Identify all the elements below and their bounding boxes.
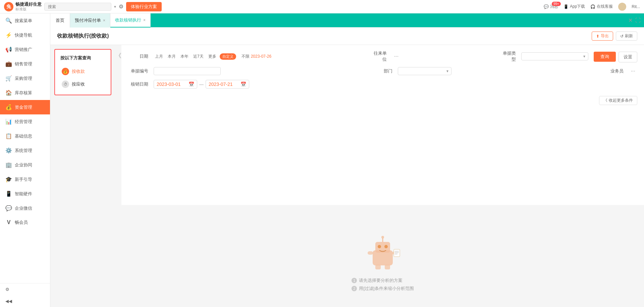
nuke-date-to-input[interactable]: 2023-07-21 📅: [206, 80, 249, 89]
settings-button[interactable]: 设置: [619, 52, 637, 62]
nuke-date-label: 核销日期: [128, 81, 148, 87]
industry-button[interactable]: 体验行业方案: [126, 2, 162, 11]
sidebar-label-marketing: 营销推广: [15, 47, 32, 53]
more-dates-btn[interactable]: 更多: [207, 53, 218, 60]
full-content-area: 日期 上月 本月 本年 近7天 更多 自定义 不限 2023-07-26: [121, 45, 644, 307]
marketing-icon: 📢: [5, 46, 12, 53]
custom-date-btn[interactable]: 自定义: [220, 53, 236, 60]
brand-info: 畅捷通好生意 标准版: [15, 2, 42, 11]
home-tab-label: 首页: [56, 13, 64, 28]
nuke-date-range: 2023-03-01 📅 — 2023-07-21 📅: [154, 80, 249, 89]
sidebar-label-quick-nav: 快捷导航: [15, 32, 32, 38]
sidebar-item-search[interactable]: 🔍 搜索菜单: [0, 13, 50, 28]
online-service-label: 在线客服: [597, 4, 613, 9]
sidebar-item-basic-info[interactable]: 📋 基础信息: [0, 129, 50, 143]
page-actions: ⬆ 导出 ↺ 刷新: [592, 32, 637, 41]
last-month-btn[interactable]: 上月: [154, 53, 164, 60]
collapse-conditions-button[interactable]: 《 收起更多条件: [599, 96, 637, 105]
tip1-text: 请先选择要分析的方案: [359, 277, 402, 284]
sidebar-label-enterprise: 企业协同: [15, 162, 32, 168]
business-person-btn[interactable]: ···: [629, 67, 637, 75]
counterparty-select-btn[interactable]: ···: [392, 53, 400, 60]
sidebar-item-hardware[interactable]: 📱 智能硬件: [0, 187, 50, 201]
close-all-tabs-icon[interactable]: ✕: [628, 17, 633, 23]
this-year-btn[interactable]: 本年: [179, 53, 190, 60]
tab2-close-icon[interactable]: ×: [143, 18, 146, 22]
date-from-display: 2023-07-26: [251, 54, 271, 59]
export-icon: ⬆: [596, 34, 599, 39]
sidebar-item-wechat[interactable]: 💬 企业微信: [0, 201, 50, 215]
sidebar-item-member[interactable]: V 畅会员: [0, 215, 50, 229]
dropdown-arrow-icon[interactable]: ▾: [114, 4, 116, 9]
gear-icon[interactable]: ⚙: [119, 3, 123, 10]
edition-label: 标准版: [15, 7, 42, 11]
empty-state: 1 请先选择要分析的方案 2 用[过滤]条件来缩小分析范围: [121, 205, 644, 307]
sidebar-item-operations[interactable]: 📊 经营管理: [0, 114, 50, 129]
last-7days-btn[interactable]: 近7天: [192, 53, 205, 60]
sidebar-item-system[interactable]: ⚙️ 系统管理: [0, 143, 50, 158]
export-button[interactable]: ⬆ 导出: [592, 32, 613, 41]
refresh-button[interactable]: ↺ 刷新: [616, 32, 637, 41]
sales-icon: 💼: [5, 61, 12, 67]
sidebar-label-purchase: 采购管理: [15, 75, 32, 82]
filter-row-1: 日期 上月 本月 本年 近7天 更多 自定义 不限 2023-07-26: [128, 50, 637, 62]
sidebar-item-marketing[interactable]: 📢 营销推广: [0, 42, 50, 57]
collapse-panel-icon[interactable]: 《: [115, 52, 121, 60]
tab1-close-icon[interactable]: ×: [103, 18, 105, 23]
filter-option1-label: 按收款: [72, 68, 85, 74]
collapse-conditions-area: 《 收起更多条件: [128, 93, 637, 108]
receipt-type-select[interactable]: ▾: [521, 52, 588, 60]
refresh-icon: ↺: [620, 34, 624, 39]
sidebar-item-newbie[interactable]: 🎓 新手引导: [0, 172, 50, 187]
filter-option-by-receivable[interactable]: ⏱ 按应收: [59, 78, 107, 91]
sidebar: 🔍 搜索菜单 ⚡ 快捷导航 📢 营销推广 💼 销售管理 🛒 采购管理 🏠 库存核…: [0, 13, 50, 307]
expand-icon[interactable]: ⛶: [635, 17, 641, 23]
filter-option-by-receipt[interactable]: 💰 按收款: [59, 65, 107, 78]
message-badge: 99+: [552, 2, 561, 6]
sidebar-item-inventory[interactable]: 🏠 库存核算: [0, 86, 50, 100]
user-avatar[interactable]: [618, 3, 626, 11]
brand-name: 畅捷通好生意: [15, 2, 42, 7]
sidebar-label-search: 搜索菜单: [15, 18, 32, 24]
svg-rect-6: [368, 251, 373, 255]
settings-bottom-icon: ⚙: [5, 287, 9, 292]
department-select[interactable]: ▾: [398, 67, 451, 75]
logo-area: 兔 畅捷通好生意 标准版: [4, 2, 42, 11]
counterparty-label: 往来单位: [370, 50, 387, 62]
query-button[interactable]: 查询: [594, 52, 616, 62]
tab-bar-right: ✕ ⛶: [625, 17, 644, 23]
sidebar-item-purchase[interactable]: 🛒 采购管理: [0, 71, 50, 86]
this-month-btn[interactable]: 本月: [166, 53, 177, 60]
calendar-from-icon: 📅: [189, 82, 194, 87]
receipt-type-label: 单据类型: [499, 50, 516, 62]
system-icon: ⚙️: [5, 147, 12, 154]
filter-option2-label: 按应收: [72, 81, 85, 87]
tab-bar: 首页 预付冲应付单 × 收款核销执行 × ✕ ⛶: [50, 13, 644, 28]
page-header: 收款核销执行(按收款) ⬆ 导出 ↺ 刷新: [50, 28, 644, 45]
sidebar-bottom: ⚙ ◀◀: [0, 283, 50, 307]
sidebar-item-sales[interactable]: 💼 销售管理: [0, 57, 50, 71]
empty-tips-list: 1 请先选择要分析的方案 2 用[过滤]条件来缩小分析范围: [352, 277, 414, 294]
tab-receipt-nuke[interactable]: 收款核销执行 ×: [110, 13, 151, 28]
date-unlimited-area: 不限 2023-07-26: [241, 54, 271, 59]
svg-rect-1: [375, 242, 390, 253]
tab-home[interactable]: 首页: [50, 13, 70, 28]
nuke-date-from-input[interactable]: 2023-03-01 📅: [154, 80, 197, 89]
sidebar-item-quick-nav[interactable]: ⚡ 快捷导航: [0, 28, 50, 42]
sidebar-settings-btn[interactable]: ⚙: [0, 284, 50, 295]
app-download-area[interactable]: 📱 App下载: [564, 4, 585, 9]
top-bar-right: 💬 消息 99+ 📱 App下载 🎧 在线客服 Rit...: [544, 3, 640, 11]
sidebar-label-wechat: 企业微信: [15, 205, 32, 211]
message-icon-area[interactable]: 💬 消息 99+: [544, 4, 558, 9]
sidebar-item-funds[interactable]: 💰 资金管理: [0, 100, 50, 114]
username-label: Rit...: [632, 4, 640, 9]
sidebar-collapse-btn[interactable]: ◀◀: [0, 295, 50, 307]
sidebar-item-enterprise[interactable]: 🏢 企业协同: [0, 158, 50, 172]
calendar-to-icon: 📅: [240, 82, 246, 87]
service-icon: 🎧: [590, 4, 595, 9]
online-service-area[interactable]: 🎧 在线客服: [590, 4, 613, 9]
top-search-input[interactable]: [44, 3, 111, 11]
top-bar: 兔 畅捷通好生意 标准版 ▾ ⚙ 体验行业方案 💬 消息 99+ 📱 App下载…: [0, 0, 644, 13]
receipt-no-input[interactable]: [154, 67, 221, 75]
tab-prepay[interactable]: 预付冲应付单 ×: [70, 13, 110, 28]
